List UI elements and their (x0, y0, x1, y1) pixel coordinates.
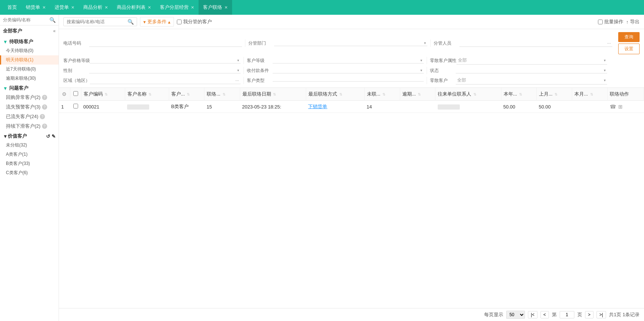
my-customers-checkbox[interactable] (177, 20, 182, 24)
row-action-phone-icon[interactable]: ☎ (610, 104, 616, 110)
select-all-checkbox[interactable] (73, 91, 78, 96)
sort-icon-last-date[interactable]: ⇅ (273, 92, 276, 96)
sidebar-item-c-class[interactable]: C类客户(6) (0, 168, 59, 177)
sort-icon-last-method[interactable]: ⇅ (339, 92, 342, 96)
last-contact-method[interactable]: 下销货单 (308, 104, 327, 109)
batch-ops-btn[interactable]: 批量操作 (598, 18, 623, 25)
nav-customer-tier[interactable]: 客户分层经营 ✕ (155, 0, 199, 15)
collapse-icon: « (53, 28, 56, 34)
filter-payment: 收付款条件 ▾ (247, 68, 424, 74)
row-checkbox[interactable] (73, 104, 78, 108)
gender-arrow: ▾ (237, 68, 239, 72)
td-index: 1 (59, 101, 70, 113)
nav-sales-order-close[interactable]: ✕ (42, 5, 46, 10)
sidebar-search-input[interactable] (3, 17, 49, 23)
sort-icon-this-month[interactable]: ⇅ (590, 92, 593, 96)
page-input[interactable] (560, 311, 574, 318)
reset-btn[interactable]: 设置 (618, 44, 640, 54)
nav-product-analysis-list[interactable]: 商品分析列表 ✕ (112, 0, 155, 15)
nav-customer-contact[interactable]: 客户联络 ✕ (199, 0, 232, 15)
export-icon: ↑ (626, 19, 629, 25)
branch-dept-select[interactable]: ▾ (274, 40, 427, 46)
tri-icon-2: ▼ (3, 86, 8, 91)
retail-attr-text: 全部 (458, 57, 604, 63)
export-btn[interactable]: ↑ 导出 (626, 18, 640, 25)
th-code: 客户编码 ⇅ (81, 88, 125, 101)
batch-ops-checkbox[interactable] (598, 20, 603, 24)
customer-type-select[interactable] (273, 80, 424, 82)
gender-label: 性别 (63, 68, 89, 74)
td-this-month (572, 101, 608, 113)
last-page-btn[interactable]: >| (596, 311, 606, 318)
sort-icon-last-month[interactable]: ⇅ (554, 92, 557, 96)
sidebar-item-today[interactable]: 今天待联络(0) (0, 46, 59, 55)
th-last-date: 最后联络日期 ⇅ (240, 88, 306, 101)
my-customers-check[interactable]: 我分管的客户 (177, 18, 212, 25)
prev-page-btn[interactable]: < (540, 311, 549, 318)
nav-purchase-order[interactable]: 进货单 ✕ (50, 0, 79, 15)
nav-sales-order-label: 销货单 (26, 4, 40, 11)
filter-more-btn[interactable]: ▾ 更多条件 ▴ (140, 17, 174, 27)
search-input[interactable] (67, 19, 127, 24)
nav-customer-contact-close[interactable]: ✕ (224, 5, 228, 10)
customer-level-select[interactable]: ▾ (273, 58, 424, 63)
nav-sales-order[interactable]: 销货单 ✕ (21, 0, 50, 15)
nav-product-analysis[interactable]: 商品分析 ✕ (79, 0, 112, 15)
sort-icon-code[interactable]: ⇅ (105, 92, 108, 96)
page-suffix: 页 (577, 311, 582, 318)
sidebar-item-churn-warning[interactable]: 流失预警客户(3) ? (0, 102, 59, 112)
edit-icon[interactable]: ✎ (52, 134, 56, 139)
nav-customer-tier-close[interactable]: ✕ (191, 5, 194, 10)
nav-home[interactable]: 首页 (3, 0, 21, 15)
page-size-select[interactable]: 50 100 200 (506, 311, 525, 319)
gender-select[interactable]: ▾ (89, 68, 241, 73)
price-level-select[interactable]: ▾ (90, 58, 241, 63)
sidebar-item-ungrouped[interactable]: 未分组(32) (0, 141, 59, 150)
sort-icon-overdue[interactable]: ⇅ (418, 92, 421, 96)
nav-purchase-order-close[interactable]: ✕ (71, 5, 74, 10)
retail-attr-arrow: ▾ (604, 58, 606, 62)
nav-product-analysis-list-close[interactable]: ✕ (148, 5, 151, 10)
filter-status: 状态 ▾ (430, 68, 607, 74)
region-select[interactable]: ··· (90, 77, 241, 84)
first-page-btn[interactable]: |< (528, 311, 538, 318)
phone-input[interactable] (89, 40, 242, 47)
sidebar-item-churned[interactable]: 已流失客户(24) ? (0, 112, 59, 121)
sidebar-item-overdue[interactable]: 逾期未联络(30) (0, 74, 59, 83)
sidebar-item-a-class[interactable]: A类客户(1) (0, 150, 59, 159)
retail-customer-select[interactable]: 全部 ▾ (456, 76, 607, 84)
row-action-grid-icon[interactable]: ⊞ (618, 104, 623, 110)
price-level-arrow: ▾ (237, 58, 239, 62)
sidebar-item-declining[interactable]: 持续下滑客户(2) ? (0, 121, 59, 131)
query-btn[interactable]: 查询 (618, 32, 640, 42)
my-customers-label: 我分管的客户 (183, 18, 212, 25)
status-select[interactable]: ▾ (456, 68, 607, 73)
next-page-btn[interactable]: > (585, 311, 594, 318)
settings-gear-icon[interactable]: ⚙ (62, 91, 67, 97)
contacts-count: 15 (207, 104, 212, 110)
nav-product-analysis-close[interactable]: ✕ (105, 5, 108, 10)
sort-icon-this-year[interactable]: ⇅ (519, 92, 522, 96)
search-icon[interactable]: 🔍 (127, 19, 134, 25)
customers-table: ⚙ 客户编码 ⇅ 客户名称 ⇅ (59, 88, 644, 113)
sort-icon-type[interactable]: ⇅ (187, 92, 190, 96)
sort-icon-contacts[interactable]: ⇅ (223, 92, 225, 96)
sidebar-item-7days[interactable]: 近7天待联络(0) (0, 65, 59, 74)
branch-person-dots[interactable]: ··· (607, 41, 611, 46)
sort-icon-uncontacted[interactable]: ⇅ (382, 92, 385, 96)
sort-icon-name[interactable]: ⇅ (148, 92, 151, 96)
sidebar-item-b-class[interactable]: B类客户(33) (0, 159, 59, 168)
all-customers-header[interactable]: 全部客户 « (0, 25, 59, 37)
nav-customer-contact-label: 客户联络 (203, 4, 222, 11)
phone-label: 电话号码 (63, 40, 89, 46)
retail-attr-select[interactable]: 全部 ▾ (456, 56, 607, 65)
sidebar-item-abnormal-repurchase[interactable]: 回购异常客户(2) ? (0, 93, 59, 102)
region-dots[interactable]: ··· (235, 78, 239, 83)
toolbar-right: 批量操作 ↑ 导出 (598, 18, 640, 25)
sidebar-item-tomorrow[interactable]: 明天待联络(1) (0, 55, 59, 65)
refresh-icon[interactable]: ↺ (46, 134, 50, 139)
branch-person-select[interactable]: ··· (459, 40, 612, 47)
sidebar-search-icon[interactable]: 🔍 (49, 17, 56, 23)
payment-select[interactable]: ▾ (273, 68, 424, 73)
sort-icon-contact-person[interactable]: ⇅ (473, 92, 476, 96)
